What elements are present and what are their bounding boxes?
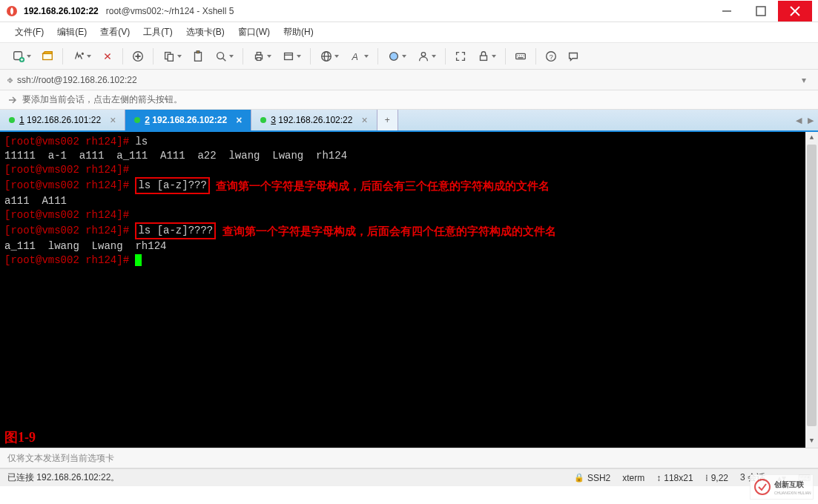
fullscreen-button[interactable] bbox=[450, 46, 471, 67]
copy-button[interactable] bbox=[158, 46, 186, 67]
terminal-area[interactable]: [root@vms002 rh124]# ls11111 a-1 a111 a_… bbox=[0, 132, 818, 448]
find-button[interactable] bbox=[210, 46, 238, 67]
user-button[interactable] bbox=[412, 46, 441, 67]
hint-text: 要添加当前会话，点击左侧的箭头按钮。 bbox=[22, 93, 182, 106]
watermark-logo: 创新互联 CHUANGXIN HULIAN bbox=[750, 474, 814, 500]
toolbar: A ? bbox=[0, 43, 818, 70]
address-dropdown-button[interactable]: ▾ bbox=[797, 75, 811, 85]
menu-tools[interactable]: 工具(T) bbox=[137, 24, 178, 41]
menubar: 文件(F) 编辑(E) 查看(V) 工具(T) 选项卡(B) 窗口(W) 帮助(… bbox=[0, 22, 818, 43]
svg-rect-23 bbox=[285, 53, 293, 59]
title-address: 192.168.26.102:22 bbox=[24, 6, 99, 16]
app-icon bbox=[6, 5, 18, 17]
toolbar-separator bbox=[535, 48, 536, 64]
print-button[interactable] bbox=[248, 46, 276, 67]
scroll-thumb[interactable] bbox=[807, 145, 817, 426]
scroll-track[interactable] bbox=[805, 145, 818, 435]
tab-label: 3 192.168.26.102:22 bbox=[271, 115, 352, 125]
minimize-button[interactable] bbox=[710, 1, 744, 21]
status-connection: 已连接 192.168.26.102:22。 bbox=[7, 471, 562, 484]
svg-rect-31 bbox=[481, 56, 487, 60]
svg-text:CHUANGXIN HULIAN: CHUANGXIN HULIAN bbox=[774, 491, 811, 495]
tab-label: 1 192.168.26.101:22 bbox=[19, 115, 101, 125]
disconnect-button[interactable] bbox=[97, 46, 118, 67]
toolbar-separator bbox=[122, 48, 123, 64]
svg-rect-22 bbox=[257, 57, 260, 60]
svg-text:?: ? bbox=[550, 53, 553, 60]
svg-point-29 bbox=[390, 52, 398, 60]
title-subtitle: root@vms002:~/rh124 - Xshell 5 bbox=[106, 6, 710, 16]
compose-placeholder: 仅将文本发送到当前选项卡 bbox=[7, 452, 114, 465]
menu-file[interactable]: 文件(F) bbox=[9, 24, 50, 41]
session-tab-1[interactable]: 1 192.168.26.101:22 × bbox=[0, 110, 125, 130]
new-session-button[interactable] bbox=[7, 46, 36, 67]
connected-dot-icon bbox=[9, 117, 15, 123]
toolbar-separator bbox=[377, 48, 378, 64]
tab-next-button[interactable]: ▶ bbox=[808, 116, 814, 125]
help-button[interactable]: ? bbox=[541, 46, 561, 67]
toolbar-separator bbox=[505, 48, 506, 64]
toolbar-separator bbox=[445, 48, 446, 64]
keyboard-button[interactable] bbox=[510, 46, 531, 67]
tab-nav: ◀ ▶ bbox=[796, 110, 814, 130]
svg-rect-15 bbox=[168, 54, 173, 61]
scrollbar[interactable]: ▲ ▼ bbox=[805, 132, 818, 448]
toolbar-separator bbox=[310, 48, 311, 64]
compose-bar[interactable]: 仅将文本发送到当前选项卡 bbox=[0, 448, 818, 468]
figure-label: 图1-9 bbox=[4, 431, 36, 445]
toolbar-separator bbox=[243, 48, 243, 64]
menu-help[interactable]: 帮助(H) bbox=[277, 24, 320, 41]
view-button[interactable] bbox=[277, 46, 306, 67]
tab-close-button[interactable]: × bbox=[361, 115, 367, 125]
titlebar: 192.168.26.102:22 root@vms002:~/rh124 - … bbox=[0, 0, 818, 22]
session-tab-2[interactable]: 2 192.168.26.102:22 × bbox=[125, 110, 251, 130]
font-button[interactable]: A bbox=[345, 46, 373, 67]
status-term: xterm bbox=[622, 473, 644, 483]
tab-close-button[interactable]: × bbox=[236, 115, 242, 125]
status-ssh: 🔒SSH2 bbox=[574, 473, 610, 483]
menu-edit[interactable]: 编辑(E) bbox=[51, 24, 93, 41]
svg-text:创新互联: 创新互联 bbox=[774, 480, 805, 488]
svg-point-10 bbox=[82, 53, 84, 54]
new-tab-button[interactable]: + bbox=[377, 110, 398, 130]
status-bar: 已连接 192.168.26.102:22。 🔒SSH2 xterm ↕ 118… bbox=[0, 468, 818, 486]
properties-button[interactable] bbox=[128, 46, 148, 67]
open-session-button[interactable] bbox=[37, 46, 58, 67]
connected-dot-icon bbox=[134, 117, 140, 123]
address-text[interactable]: ssh://root@192.168.26.102:22 bbox=[17, 75, 797, 85]
svg-point-18 bbox=[217, 52, 224, 59]
svg-point-40 bbox=[755, 480, 770, 494]
tab-close-button[interactable]: × bbox=[110, 115, 116, 125]
menu-window[interactable]: 窗口(W) bbox=[232, 24, 276, 41]
menu-view[interactable]: 查看(V) bbox=[94, 24, 136, 41]
svg-rect-2 bbox=[756, 7, 765, 16]
toolbar-separator bbox=[62, 48, 63, 64]
hint-bar: 要添加当前会话，点击左侧的箭头按钮。 bbox=[0, 90, 818, 110]
tab-prev-button[interactable]: ◀ bbox=[796, 116, 802, 125]
scroll-up-button[interactable]: ▲ bbox=[805, 132, 818, 145]
paste-button[interactable] bbox=[188, 46, 208, 67]
svg-rect-21 bbox=[257, 52, 260, 55]
lock-icon: 🔒 bbox=[574, 473, 584, 483]
reconnect-button[interactable] bbox=[67, 46, 96, 67]
session-tab-3[interactable]: 3 192.168.26.102:22 × bbox=[251, 110, 377, 130]
close-button[interactable] bbox=[778, 1, 812, 21]
maximize-button[interactable] bbox=[744, 1, 778, 21]
scroll-down-button[interactable]: ▼ bbox=[805, 435, 818, 448]
status-pos: ⁞ 9,22 bbox=[705, 473, 728, 483]
address-bar: ⎆ ssh://root@192.168.26.102:22 ▾ bbox=[0, 70, 818, 90]
status-size: ↕ 118x21 bbox=[656, 473, 693, 483]
encoding-button[interactable] bbox=[315, 46, 343, 67]
toolbar-separator bbox=[153, 48, 154, 64]
svg-rect-9 bbox=[43, 53, 53, 59]
svg-rect-17 bbox=[197, 50, 199, 53]
lock-button[interactable] bbox=[472, 46, 501, 67]
svg-line-19 bbox=[223, 58, 226, 61]
menu-tab[interactable]: 选项卡(B) bbox=[180, 24, 231, 41]
chat-button[interactable] bbox=[563, 46, 584, 67]
svg-text:A: A bbox=[352, 51, 358, 62]
svg-point-30 bbox=[421, 52, 425, 56]
svg-rect-32 bbox=[516, 53, 526, 59]
color-button[interactable] bbox=[383, 46, 411, 67]
add-arrow-icon[interactable] bbox=[7, 95, 18, 105]
